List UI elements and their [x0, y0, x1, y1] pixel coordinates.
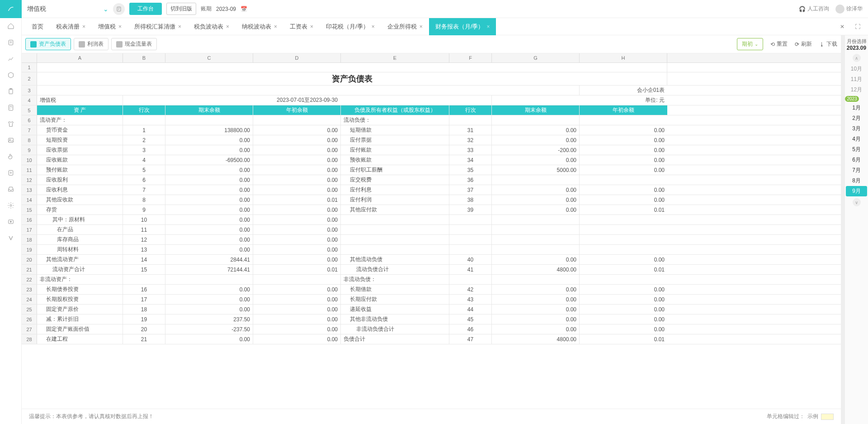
cell[interactable] — [492, 225, 580, 234]
cell[interactable]: 在产品 — [37, 225, 123, 234]
cell[interactable]: 9 — [123, 205, 165, 214]
cell[interactable]: 0.00 — [165, 185, 253, 195]
cell[interactable]: 流动负债： — [341, 115, 449, 125]
col-header-B[interactable]: B — [123, 53, 165, 62]
cell[interactable]: 资产负债表 — [37, 72, 667, 85]
cell[interactable]: 0.00 — [580, 155, 667, 165]
cell[interactable]: 18 — [123, 305, 165, 314]
row-header[interactable]: 20 — [22, 255, 37, 264]
cell[interactable]: 0.00 — [492, 205, 580, 214]
cell[interactable]: 2023-07-01至2023-09-30 — [123, 95, 492, 105]
cell[interactable]: 0.00 — [165, 135, 253, 145]
cell[interactable]: 43 — [449, 295, 492, 304]
cell[interactable]: 其他应收款 — [37, 195, 123, 205]
nav-box-icon[interactable] — [0, 67, 22, 83]
cell[interactable]: 0.00 — [253, 145, 341, 155]
row-header[interactable]: 24 — [22, 295, 37, 304]
cell[interactable]: 31 — [449, 125, 492, 135]
row-header[interactable]: 13 — [22, 185, 37, 195]
cell[interactable]: 增值税 — [37, 95, 123, 105]
cell[interactable]: 应收票据 — [37, 145, 123, 155]
cell[interactable]: 0.00 — [253, 155, 341, 165]
cell[interactable] — [165, 115, 253, 125]
col-header-G[interactable]: G — [492, 53, 580, 62]
tab-8[interactable]: 企业所得税× — [381, 18, 429, 35]
month-option[interactable]: 3月 — [846, 124, 867, 134]
cell[interactable]: 2 — [123, 135, 165, 145]
month-option[interactable]: 7月 — [846, 165, 867, 176]
tab-1[interactable]: 税表清册× — [50, 18, 92, 35]
nav-v-icon[interactable] — [0, 230, 22, 246]
nav-image-icon[interactable] — [0, 132, 22, 148]
cell[interactable]: 库存商品 — [37, 235, 123, 244]
col-header-E[interactable]: E — [341, 53, 449, 62]
tab-close-icon[interactable]: × — [118, 24, 122, 30]
note-icon-button[interactable] — [113, 3, 125, 15]
cell[interactable]: 0.00 — [492, 285, 580, 294]
cell[interactable]: 年初余额 — [253, 105, 341, 115]
row-header[interactable]: 8 — [22, 135, 37, 145]
cell[interactable]: 其他流动负债 — [341, 255, 449, 264]
cell[interactable] — [492, 175, 580, 185]
cell[interactable]: 年初余额 — [580, 105, 667, 115]
cell[interactable]: 0.00 — [492, 125, 580, 135]
cell[interactable] — [253, 115, 341, 125]
cell[interactable]: 21 — [123, 334, 165, 344]
cell[interactable]: 0.00 — [492, 295, 580, 304]
cell[interactable] — [449, 215, 492, 224]
company-selector[interactable]: 增值税 ⌄ — [27, 5, 108, 13]
cell[interactable]: 1 — [123, 125, 165, 135]
cell[interactable] — [492, 275, 580, 284]
cell[interactable]: 11 — [123, 225, 165, 234]
cell[interactable]: 0.00 — [253, 295, 341, 304]
reset-button[interactable]: ⟲重置 — [770, 40, 788, 48]
cell[interactable]: 行次 — [123, 105, 165, 115]
cell[interactable]: 0.00 — [253, 314, 341, 324]
nav-clipboard-icon[interactable] — [0, 83, 22, 100]
cell[interactable]: 0.00 — [492, 324, 580, 334]
cell[interactable] — [580, 175, 667, 185]
switch-old-button[interactable]: 切到旧版 — [166, 3, 196, 15]
row-header[interactable]: 14 — [22, 195, 37, 205]
cell[interactable]: 其他流动资产 — [37, 255, 123, 264]
cell[interactable]: 72144.41 — [165, 265, 253, 274]
cell[interactable]: 0.00 — [253, 225, 341, 234]
cell[interactable]: 20 — [123, 324, 165, 334]
row-header[interactable]: 7 — [22, 125, 37, 135]
cell[interactable]: 8 — [123, 195, 165, 205]
cell[interactable]: -69500.00 — [165, 155, 253, 165]
cell[interactable]: 0.00 — [165, 205, 253, 214]
period-init-button[interactable]: 期初 ⌄ — [737, 38, 763, 50]
cell[interactable]: 0.00 — [253, 305, 341, 314]
cell[interactable]: 0.00 — [580, 125, 667, 135]
cell[interactable]: 在建工程 — [37, 334, 123, 344]
cell[interactable] — [580, 245, 667, 254]
cell[interactable]: 7 — [123, 185, 165, 195]
cell[interactable]: 0.00 — [165, 285, 253, 294]
cell[interactable]: 0.00 — [580, 135, 667, 145]
cell[interactable]: 0.00 — [165, 175, 253, 185]
row-header[interactable]: 25 — [22, 305, 37, 314]
cell[interactable]: 其他非流动负债 — [341, 314, 449, 324]
month-option[interactable]: 5月 — [846, 144, 867, 155]
cell[interactable]: 0.00 — [253, 125, 341, 135]
cell[interactable]: 0.00 — [253, 324, 341, 334]
cell[interactable] — [341, 235, 449, 244]
cell[interactable]: 0.00 — [253, 285, 341, 294]
cell[interactable]: 41 — [449, 265, 492, 274]
tab-close-icon[interactable]: × — [82, 24, 85, 30]
cell[interactable]: 13 — [123, 245, 165, 254]
cell[interactable]: 应收账款 — [37, 155, 123, 165]
month-option[interactable]: 1月 — [846, 103, 867, 113]
cell[interactable]: 应交税费 — [341, 175, 449, 185]
cell[interactable]: 0.00 — [253, 215, 341, 224]
cell[interactable]: 32 — [449, 135, 492, 145]
grid-corner[interactable] — [22, 53, 37, 62]
cell[interactable]: 0.00 — [580, 145, 667, 155]
cell[interactable]: 0.00 — [492, 255, 580, 264]
tab-3[interactable]: 所得税汇算清缴× — [128, 18, 188, 35]
calendar-icon[interactable]: 📅 — [241, 6, 247, 12]
cell[interactable]: 其中：原材料 — [37, 215, 123, 224]
row-header[interactable]: 22 — [22, 275, 37, 284]
row-header[interactable]: 26 — [22, 314, 37, 324]
